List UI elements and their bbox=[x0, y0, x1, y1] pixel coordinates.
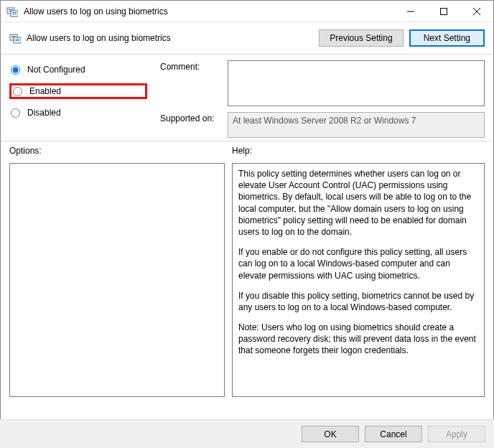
svg-rect-4 bbox=[12, 12, 17, 13]
help-paragraph: If you disable this policy setting, biom… bbox=[238, 290, 478, 313]
next-setting-button[interactable]: Next Setting bbox=[409, 29, 485, 47]
policy-icon bbox=[9, 32, 21, 44]
help-paragraph: If you enable or do not configure this p… bbox=[238, 246, 478, 281]
radio-disabled[interactable]: Disabled bbox=[9, 105, 160, 121]
help-column: Help: This policy setting determines whe… bbox=[232, 146, 485, 397]
title-bar: Allow users to log on using biometrics bbox=[1, 1, 493, 22]
options-column: Options: bbox=[9, 146, 225, 397]
radio-enabled[interactable]: Enabled bbox=[9, 83, 147, 99]
radio-disabled-label: Disabled bbox=[27, 108, 61, 118]
comment-row: Comment: bbox=[160, 60, 485, 106]
supported-row: Supported on: At least Windows Server 20… bbox=[160, 112, 485, 138]
svg-rect-11 bbox=[11, 36, 16, 37]
supported-value: At least Windows Server 2008 R2 or Windo… bbox=[228, 112, 485, 138]
fields-column: Comment: Supported on: At least Windows … bbox=[160, 60, 485, 138]
radio-enabled-label: Enabled bbox=[29, 86, 61, 96]
supported-label: Supported on: bbox=[160, 112, 225, 123]
svg-rect-1 bbox=[9, 9, 13, 10]
minimize-button[interactable] bbox=[394, 1, 427, 22]
comment-input[interactable] bbox=[228, 60, 485, 106]
options-label: Options: bbox=[9, 146, 225, 156]
help-paragraph: Note: Users who log on using biometrics … bbox=[238, 322, 478, 357]
app-icon bbox=[6, 6, 18, 17]
maximize-button[interactable] bbox=[427, 1, 460, 22]
state-radios: Not Configured Enabled Disabled bbox=[9, 60, 160, 138]
cancel-button[interactable]: Cancel bbox=[365, 426, 422, 442]
window-title: Allow users to log on using biometrics bbox=[24, 6, 394, 17]
svg-rect-14 bbox=[15, 39, 19, 39]
help-label: Help: bbox=[232, 146, 485, 156]
svg-rect-15 bbox=[15, 40, 19, 41]
svg-rect-7 bbox=[441, 8, 447, 14]
footer: OK Cancel Apply bbox=[0, 419, 494, 448]
help-box[interactable]: This policy setting determines whether u… bbox=[232, 163, 485, 397]
radio-disabled-input[interactable] bbox=[11, 108, 20, 118]
close-button[interactable] bbox=[460, 1, 493, 22]
svg-rect-5 bbox=[12, 14, 17, 14]
setting-name: Allow users to log on using biometrics bbox=[27, 33, 313, 43]
header: Allow users to log on using biometrics P… bbox=[1, 22, 493, 54]
radio-not-configured[interactable]: Not Configured bbox=[9, 62, 160, 78]
ok-button[interactable]: OK bbox=[302, 426, 359, 442]
radio-not-configured-input[interactable] bbox=[11, 65, 20, 75]
radio-not-configured-label: Not Configured bbox=[27, 65, 85, 75]
previous-setting-button[interactable]: Previous Setting bbox=[319, 29, 403, 47]
help-paragraph: This policy setting determines whether u… bbox=[238, 168, 478, 238]
radio-enabled-input[interactable] bbox=[13, 87, 22, 96]
lower-area: Options: Help: This policy setting deter… bbox=[1, 141, 493, 397]
comment-label: Comment: bbox=[160, 60, 225, 72]
options-box bbox=[9, 163, 225, 397]
config-area: Not Configured Enabled Disabled Comment:… bbox=[1, 55, 493, 141]
apply-button: Apply bbox=[428, 426, 485, 442]
